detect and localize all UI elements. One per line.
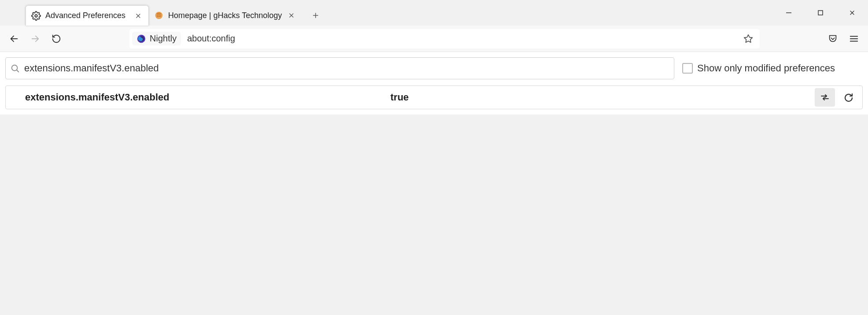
svg-line-20: [17, 70, 18, 72]
pocket-button[interactable]: [823, 29, 842, 48]
identity-box[interactable]: Nightly: [132, 32, 181, 45]
reload-button[interactable]: [47, 29, 66, 48]
tab-bar: Advanced Preferences Homepage | gHacks T…: [0, 0, 868, 26]
identity-label: Nightly: [150, 33, 177, 44]
toggle-button[interactable]: [815, 88, 835, 107]
pref-actions: [815, 88, 861, 107]
checkbox-label: Show only modified preferences: [697, 63, 835, 74]
reset-button[interactable]: [839, 88, 859, 107]
show-modified-checkbox[interactable]: Show only modified preferences: [682, 63, 835, 74]
close-window-button[interactable]: [836, 3, 868, 23]
pref-value: true: [390, 92, 815, 103]
menu-button[interactable]: [844, 29, 864, 48]
svg-marker-15: [744, 34, 752, 42]
ghacks-favicon: [154, 11, 164, 20]
firefox-nightly-icon: [136, 34, 146, 44]
checkbox-box-icon: [682, 63, 693, 74]
url-bar[interactable]: Nightly about:config: [129, 29, 760, 48]
tab-ghacks[interactable]: Homepage | gHacks Technology: [149, 5, 302, 26]
svg-point-19: [12, 65, 18, 71]
search-icon: [10, 63, 20, 73]
search-container[interactable]: [5, 57, 674, 79]
forward-button[interactable]: [26, 29, 45, 48]
close-icon[interactable]: [133, 11, 143, 21]
search-row: Show only modified preferences: [5, 57, 863, 79]
url-text: about:config: [187, 33, 739, 44]
tab-title: Advanced Preferences: [45, 11, 129, 20]
maximize-button[interactable]: [805, 3, 836, 23]
tab-title: Homepage | gHacks Technology: [168, 11, 282, 20]
svg-point-3: [155, 12, 163, 19]
svg-point-0: [35, 15, 37, 17]
minimize-button[interactable]: [773, 3, 805, 23]
bookmark-star-button[interactable]: [739, 30, 757, 48]
new-tab-button[interactable]: [307, 7, 324, 24]
about-config-content: Show only modified preferences extension…: [0, 52, 868, 115]
toolbar: Nightly about:config: [0, 26, 868, 52]
back-button[interactable]: [4, 29, 24, 48]
tab-advanced-preferences[interactable]: Advanced Preferences: [26, 5, 149, 26]
close-icon[interactable]: [287, 11, 296, 20]
pref-row: extensions.manifestV3.enabled true: [5, 85, 863, 109]
svg-rect-9: [818, 11, 823, 15]
search-input[interactable]: [24, 63, 669, 74]
gear-icon: [31, 11, 41, 21]
pref-name[interactable]: extensions.manifestV3.enabled: [25, 92, 390, 103]
window-controls: [773, 0, 868, 26]
pref-list: extensions.manifestV3.enabled true: [5, 85, 863, 109]
